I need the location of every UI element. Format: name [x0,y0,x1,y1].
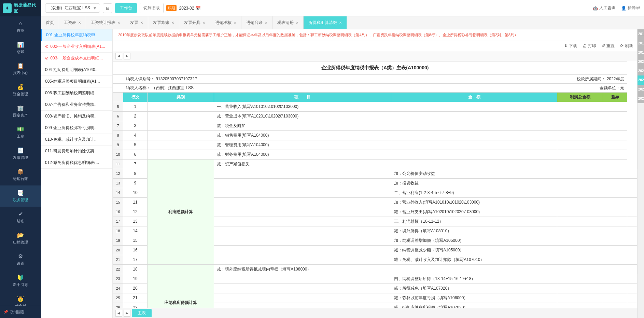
row-diff[interactable] [627,169,637,178]
row-diff[interactable] [603,159,627,169]
row-profit[interactable] [603,188,627,197]
row-amount[interactable] [557,236,603,245]
table-scroll[interactable]: 企业所得税年度纳税申报表（A类）主表(A100000) 纳税人识别号： 9132… [113,61,637,308]
sidebar-item-settle[interactable]: ✔结账 [0,207,41,228]
reset-btn[interactable]: ↺ 重置 [602,43,615,49]
left-panel-item-006[interactable]: 006-职工薪酬纳税调整明细... [41,87,112,99]
sidebar-item-guide[interactable]: 🔰新手引导 [0,270,41,291]
row-profit[interactable] [557,102,603,111]
row-diff[interactable] [627,255,637,264]
tab-home[interactable]: 首页 [41,16,59,29]
row-amount[interactable] [391,140,557,150]
company-selector[interactable]: （勿删）江西服宝-LSS ▼ [45,3,100,13]
row-diff[interactable] [627,284,637,293]
bottom-tab-main[interactable]: 主表 [132,309,152,317]
year-indicator-2016[interactable]: 2016 [638,39,644,48]
row-diff[interactable] [627,197,637,207]
row-amount[interactable] [557,274,603,284]
tab-close-invoice_open[interactable]: ✕ [202,21,205,25]
row-amount[interactable] [557,245,603,255]
row-amount[interactable] [557,188,603,197]
row-profit[interactable] [557,159,603,169]
tab-invoice_mgr[interactable]: 发票✕ [125,16,148,29]
sidebar-item-home[interactable]: ⌂首页 [0,16,41,37]
sidebar-item-fund[interactable]: 💰资金管理 [0,80,41,101]
row-diff[interactable] [627,207,637,217]
row-profit[interactable] [603,207,627,217]
tab-invoice_open[interactable]: 发票开具✕ [179,16,210,29]
sidebar-item-settings[interactable]: ⚙设置 [0,249,41,270]
year-indicator-2023[interactable]: 2023 [638,85,644,94]
tab-invoice_calc[interactable]: 发票算账✕ [148,16,179,29]
sidebar-item-sales[interactable]: 📦进销台账 [0,164,41,185]
row-profit[interactable] [603,169,627,178]
row-amount[interactable] [391,102,557,111]
tab-salary[interactable]: 工资表✕ [59,16,86,29]
row-profit[interactable] [557,140,603,150]
user-profile[interactable]: 👤 徐泽华 [621,5,640,11]
year-indicator-2020[interactable]: 2020 [638,57,644,66]
row-amount[interactable] [557,303,603,308]
copy-icon-btn[interactable]: ⊟ [103,3,112,13]
left-panel-item-004[interactable]: 004-期间费用明细表(A1040... [41,64,112,76]
row-diff[interactable] [627,274,637,284]
tab-close-invoice_mgr[interactable]: ✕ [140,21,143,25]
row-amount[interactable] [391,264,557,274]
row-diff[interactable] [603,121,627,130]
bottom-tab-next[interactable]: ▶ [124,310,130,317]
row-diff[interactable] [603,102,627,111]
row-amount[interactable] [557,197,603,207]
tab-close-sales_ledger[interactable]: ✕ [265,21,267,25]
refresh-btn[interactable]: ⟳ 刷新 [620,43,633,49]
row-profit[interactable] [603,236,627,245]
row-profit[interactable] [557,150,603,159]
sidebar-item-tax[interactable]: 📑税务管理 [0,185,41,207]
sidebar-item-salary[interactable]: 💵工资 [0,122,41,143]
row-profit[interactable] [603,245,627,255]
row-diff[interactable] [627,245,637,255]
tab-sales_check[interactable]: 进销稽核✕ [210,16,241,29]
row-amount[interactable] [557,293,603,303]
left-panel-item-005[interactable]: 005-纳税调整项目明细表(A1... [41,76,112,87]
row-amount[interactable] [391,111,557,121]
sidebar-item-invoice[interactable]: 🧾发票管理 [0,143,41,164]
row-amount[interactable] [557,169,603,178]
sidebar-footer[interactable]: 📌 取消固定 [0,306,41,318]
tab-close-salary[interactable]: ✕ [78,21,81,25]
tab-close-sales_check[interactable]: ✕ [234,21,236,25]
row-profit[interactable] [557,264,603,274]
row-profit[interactable] [603,226,627,236]
tab-sales_ledger[interactable]: 进销台账✕ [241,16,272,29]
sidebar-item-ledger[interactable]: 📊总账 [0,37,41,58]
row-diff[interactable] [603,130,627,140]
ai-consult-btn[interactable]: 🤖 人工咨询 [593,5,616,11]
row-diff[interactable] [627,188,637,197]
row-profit[interactable] [603,293,627,303]
left-panel-item-003[interactable]: ⊘ 003-一般企业成本支出明细... [41,53,112,64]
row-diff[interactable] [627,236,637,245]
tab-close-tax_clear[interactable]: ✕ [296,21,298,25]
row-profit[interactable] [603,284,627,293]
workbench-button[interactable]: 工作台 [115,3,137,13]
row-amount[interactable] [391,159,557,169]
row-diff[interactable] [627,217,637,226]
row-amount[interactable] [557,207,603,217]
bottom-tab-prev[interactable]: ◀ [115,310,122,317]
row-profit[interactable] [603,255,627,264]
row-diff[interactable] [603,140,627,150]
year-indicator-2018[interactable]: 2018 [638,48,644,57]
row-diff[interactable] [627,303,637,308]
download-btn[interactable]: ⬇ 下载 [564,43,577,49]
sidebar-item-assets[interactable]: 🏢固定资产 [0,101,41,122]
row-diff[interactable] [603,264,627,274]
row-diff[interactable] [627,178,637,188]
row-amount[interactable] [391,130,557,140]
tab-close-salary_stat[interactable]: ✕ [117,21,120,25]
left-panel-item-009[interactable]: 009-企业所得税弥补亏损明... [41,122,112,134]
left-panel-item-001[interactable]: 001-企业所得税年度纳税申... [41,29,112,41]
row-profit[interactable] [603,197,627,207]
nav-next-btn[interactable]: ▶ [124,53,130,59]
row-amount[interactable] [391,121,557,130]
row-profit[interactable] [603,217,627,226]
year-indicator-2024[interactable]: 2024 [638,94,644,103]
